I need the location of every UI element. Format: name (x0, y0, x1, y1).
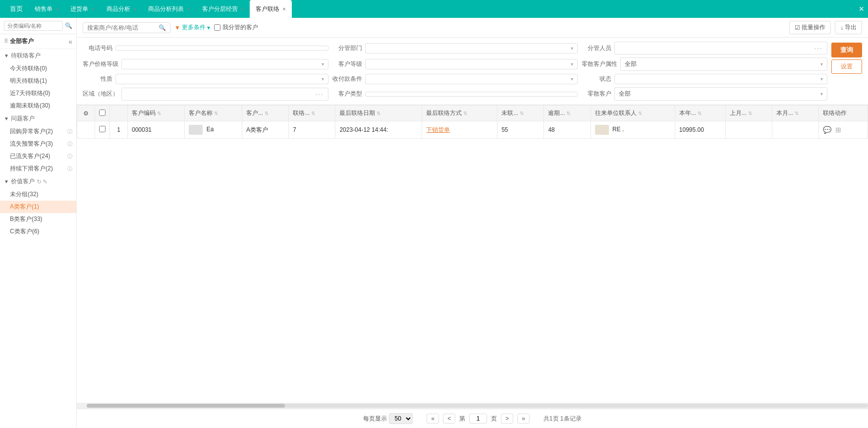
sort-icon[interactable]: ⇅ (311, 110, 315, 116)
sort-icon[interactable]: ⇅ (748, 110, 752, 116)
field-dept: 分管部门 ▾ (332, 43, 578, 54)
col-last-month: 上月... ⇅ (725, 106, 772, 121)
last-page-btn[interactable]: » (517, 414, 530, 424)
page-number-input[interactable] (469, 414, 487, 424)
sidebar-group-value[interactable]: ▼ 价值客户 ↻ ✎ (0, 175, 76, 188)
setting-button[interactable]: 设置 (831, 59, 862, 74)
refresh-icon[interactable]: ↻ (37, 178, 42, 185)
sidebar-item-tomorrow[interactable]: 明天待联络(1) (0, 75, 76, 87)
share-icon[interactable]: ⊞ (835, 126, 841, 134)
sidebar-item-today[interactable]: 今天待联络(0) (0, 62, 76, 75)
sidebar-item-a-class[interactable]: A类客户(1) (0, 201, 76, 213)
close-tab-4[interactable]: × (187, 6, 190, 12)
cell-this-year: 10995.00 (675, 121, 725, 139)
sort-icon[interactable]: ⇅ (795, 110, 799, 116)
action-buttons: 💬 ⊞ (823, 126, 864, 134)
payment-select[interactable]: ▾ (365, 74, 578, 84)
nav-tab-5[interactable]: 客户分层经营 × (196, 0, 250, 18)
dept-select[interactable]: ▾ (365, 43, 578, 54)
status-select[interactable]: ▾ (614, 74, 827, 84)
last-method-link[interactable]: 下销货单 (426, 126, 450, 133)
filter-more-btn[interactable]: ▼ 更多条件 ▾ (174, 23, 210, 32)
sort-icon[interactable]: ⇅ (698, 110, 702, 116)
sort-icon[interactable]: ⇅ (265, 110, 269, 116)
export-icon: ↓ (840, 24, 843, 31)
phone-input[interactable] (115, 46, 328, 51)
filter-search-input[interactable] (87, 24, 157, 31)
nav-tab-6[interactable]: 客户联络 × (250, 0, 291, 18)
sort-icon[interactable]: ⇅ (157, 110, 161, 116)
nav-tab-2[interactable]: 进货单 × (64, 0, 100, 18)
close-tab-1[interactable]: × (55, 6, 58, 12)
batch-operation-btn[interactable]: ☑ 批量操作 (789, 21, 831, 34)
export-btn[interactable]: ↓ 导出 (835, 21, 862, 34)
sidebar-item-7days[interactable]: 近7天待联络(0) (0, 87, 76, 100)
adv-row-3: 性质 ▾ 收付款条件 ▾ (83, 74, 827, 84)
sidebar-group-pending[interactable]: ▼ 待联络客户 (0, 49, 76, 62)
nav-home[interactable]: 首页 (4, 0, 29, 18)
sidebar-item-declining[interactable]: 持续下滑客户(2) ⓘ (0, 162, 76, 175)
sort-icon[interactable]: ⇅ (638, 110, 642, 116)
total-info: 共1页 1条记录 (543, 415, 582, 423)
filter-bar: 🔍 ▼ 更多条件 ▾ 我分管的客户 ☑ 批量操作 ↓ 导出 (77, 18, 868, 38)
first-page-btn[interactable]: « (427, 414, 439, 424)
sort-icon[interactable]: ⇅ (566, 110, 570, 116)
sidebar-group-problem[interactable]: ▼ 问题客户 (0, 112, 76, 125)
filter-search-icon[interactable]: 🔍 (159, 24, 166, 31)
cell-last-method[interactable]: 下销货单 (422, 121, 497, 139)
customer-name-text: Ea (207, 126, 214, 133)
sidebar-item-unclassified[interactable]: 未分组(32) (0, 188, 76, 201)
sidebar-item-abnormal[interactable]: 回购异常客户(2) ⓘ (0, 125, 76, 138)
nav-tab-3[interactable]: 商品分析 × (101, 0, 142, 18)
customer-level-select[interactable]: ▾ (365, 59, 578, 69)
sidebar-collapse-btn[interactable]: « (68, 38, 72, 46)
prev-page-btn[interactable]: < (443, 414, 455, 424)
close-tab-6[interactable]: × (282, 6, 285, 12)
sidebar-item-churn-warning[interactable]: 流失预警客户(3) ⓘ (0, 138, 76, 150)
horizontal-scrollbar[interactable] (77, 403, 868, 409)
close-tab-3[interactable]: × (133, 6, 136, 12)
manager-input[interactable]: ··· (614, 42, 827, 54)
select-all-checkbox[interactable] (99, 109, 106, 116)
per-page-select[interactable]: 50 (389, 413, 413, 424)
sidebar-search-icon[interactable]: 🔍 (65, 22, 72, 29)
sidebar-search-input[interactable] (4, 21, 63, 31)
close-tab-2[interactable]: × (91, 6, 94, 12)
close-tab-5[interactable]: × (241, 6, 244, 12)
col-checkbox[interactable] (95, 106, 110, 121)
retail-attr-select[interactable]: 全部 ▾ (620, 57, 827, 71)
sort-icon[interactable]: ⇅ (377, 110, 380, 116)
nav-tab-4[interactable]: 商品分析列表 × (142, 0, 196, 18)
cell-code[interactable]: 000031 (128, 121, 185, 139)
grid-icon: ⠿ (4, 38, 8, 45)
retail-customer-select[interactable]: 全部 ▾ (614, 87, 827, 101)
edit-icon[interactable]: ✎ (43, 178, 48, 185)
col-unit-contacts: 往来单位联系人 ⇅ (591, 106, 675, 121)
my-customers-checkbox[interactable] (214, 24, 220, 31)
scrollbar-thumb[interactable] (87, 404, 285, 408)
nature-select[interactable]: ▾ (115, 74, 328, 84)
message-icon[interactable]: 💬 (823, 126, 831, 134)
info-icon: ⓘ (67, 141, 72, 148)
col-overdue: 逾期... ⇅ (544, 106, 591, 121)
price-level-select[interactable]: ▾ (121, 59, 328, 69)
region-input[interactable]: ··· (121, 88, 328, 101)
sidebar-item-b-class[interactable]: B类客户(33) (0, 213, 76, 225)
cell-checkbox[interactable] (95, 121, 110, 139)
sort-icon[interactable]: ⇅ (463, 110, 467, 116)
window-close-btn[interactable]: × (859, 4, 864, 14)
next-page-btn[interactable]: > (501, 414, 513, 424)
sort-icon[interactable]: ⇅ (214, 110, 218, 116)
sort-icon[interactable]: ⇅ (520, 110, 524, 116)
filter-mine-checkbox: 我分管的客户 (214, 23, 258, 32)
scrollbar-track[interactable] (87, 404, 868, 408)
query-button[interactable]: 查询 (831, 43, 862, 57)
sidebar-item-c-class[interactable]: C类客户(6) (0, 225, 76, 238)
nav-tab-1[interactable]: 销售单 × (29, 0, 64, 18)
customer-type-input[interactable] (365, 92, 578, 97)
info-icon: ⓘ (67, 153, 72, 160)
sidebar-item-churned[interactable]: 已流失客户(24) ⓘ (0, 150, 76, 162)
row-checkbox[interactable] (99, 126, 106, 132)
sidebar-item-overdue[interactable]: 逾期未联络(30) (0, 100, 76, 112)
col-settings[interactable]: ⚙ (77, 106, 95, 121)
